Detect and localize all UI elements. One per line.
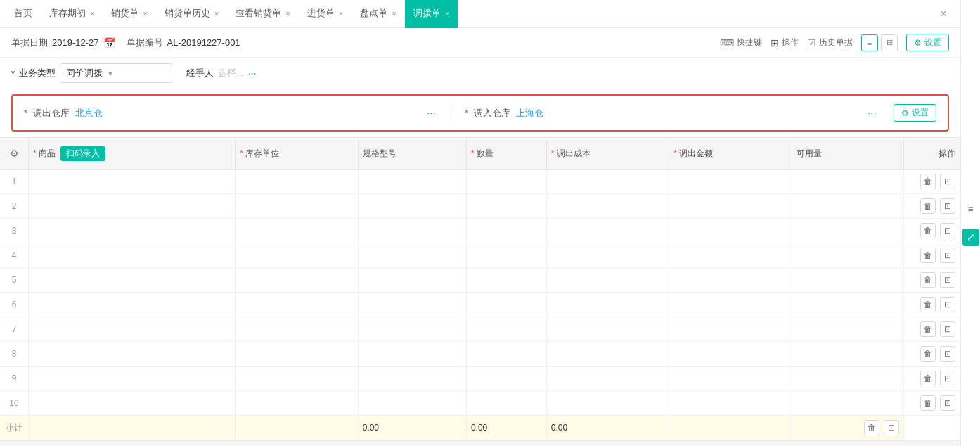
delete-row-button[interactable]: 🗑 (920, 174, 936, 189)
copy-row-button[interactable]: ⊡ (940, 321, 955, 337)
delete-row-button[interactable]: 🗑 (920, 395, 936, 411)
row-amount-cell[interactable] (669, 317, 792, 342)
row-avail-cell[interactable] (792, 342, 903, 367)
row-product-cell[interactable] (29, 342, 236, 367)
row-cost-cell[interactable] (546, 219, 669, 243)
row-unit-cell[interactable] (236, 367, 358, 391)
row-spec-cell[interactable] (358, 317, 466, 342)
row-unit-cell[interactable] (236, 293, 358, 317)
person-select[interactable]: 选择... (218, 67, 244, 79)
delete-row-button[interactable]: 🗑 (920, 198, 936, 214)
row-cost-cell[interactable] (546, 317, 669, 342)
row-qty-cell[interactable] (466, 367, 546, 391)
row-amount-cell[interactable] (669, 243, 792, 268)
delete-row-button[interactable]: 🗑 (920, 297, 936, 312)
delete-row-button[interactable]: 🗑 (920, 248, 936, 263)
tab-inventory-init[interactable]: 库存期初 × (41, 0, 103, 28)
row-avail-cell[interactable] (792, 293, 903, 317)
grid-view-button[interactable]: ⊟ (881, 34, 898, 51)
row-product-cell[interactable] (29, 293, 236, 317)
row-amount-cell[interactable] (669, 293, 792, 317)
operations-action[interactable]: ⊞ 操作 (771, 37, 799, 49)
list-view-button[interactable]: ≡ (861, 34, 878, 51)
history-action[interactable]: ☑ 历史单据 (807, 37, 853, 49)
row-cost-cell[interactable] (546, 170, 669, 194)
row-product-cell[interactable] (29, 219, 236, 243)
row-amount-cell[interactable] (669, 219, 792, 243)
row-qty-cell[interactable] (466, 391, 546, 416)
tab-stocktake-close[interactable]: × (392, 9, 396, 18)
out-warehouse-value[interactable]: 北京仓 (75, 107, 103, 120)
tab-view-sales[interactable]: 查看销货单 × (227, 0, 298, 28)
tab-transfer[interactable]: 调拨单 × (405, 0, 458, 28)
copy-row-button[interactable]: ⊡ (940, 248, 955, 263)
row-qty-cell[interactable] (466, 170, 546, 194)
row-product-cell[interactable] (29, 268, 236, 293)
tab-home[interactable]: 首页 (6, 0, 41, 28)
biz-type-select[interactable]: 同价调拨 ▼ (60, 63, 172, 83)
row-cost-cell[interactable] (546, 293, 669, 317)
tab-purchase-order-close[interactable]: × (339, 9, 343, 18)
shortcuts-action[interactable]: ⌨ 快捷键 (720, 37, 762, 49)
row-avail-cell[interactable] (792, 367, 903, 391)
copy-row-button[interactable]: ⊡ (940, 297, 955, 312)
row-amount-cell[interactable] (669, 194, 792, 219)
copy-row-button[interactable]: ⊡ (940, 272, 955, 288)
window-close-button[interactable]: × (932, 3, 955, 25)
row-spec-cell[interactable] (358, 194, 466, 219)
tab-transfer-close[interactable]: × (445, 9, 449, 18)
row-avail-cell[interactable] (792, 391, 903, 416)
row-avail-cell[interactable] (792, 170, 903, 194)
in-warehouse-value[interactable]: 上海仓 (516, 107, 543, 120)
row-qty-cell[interactable] (466, 293, 546, 317)
tab-sales-history[interactable]: 销货单历史 × (156, 0, 227, 28)
out-warehouse-more-icon[interactable]: ··· (421, 107, 441, 120)
row-amount-cell[interactable] (669, 367, 792, 391)
column-settings-icon[interactable]: ⚙ (4, 144, 24, 163)
copy-row-button[interactable]: ⊡ (940, 174, 955, 189)
row-cost-cell[interactable] (546, 194, 669, 219)
row-amount-cell[interactable] (669, 170, 792, 194)
row-product-cell[interactable] (29, 243, 236, 268)
delete-row-button[interactable]: 🗑 (920, 272, 936, 288)
row-product-cell[interactable] (29, 391, 236, 416)
scroll-bar[interactable] (0, 440, 960, 446)
row-cost-cell[interactable] (546, 243, 669, 268)
copy-row-button[interactable]: ⊡ (884, 420, 899, 435)
row-unit-cell[interactable] (236, 170, 358, 194)
tab-sales-order-close[interactable]: × (143, 9, 147, 18)
row-avail-cell[interactable] (792, 317, 903, 342)
row-avail-cell[interactable] (792, 243, 903, 268)
delete-row-button[interactable]: 🗑 (920, 321, 936, 337)
person-more-icon[interactable]: ··· (248, 68, 257, 79)
calendar-icon[interactable]: 📅 (103, 37, 115, 49)
copy-row-button[interactable]: ⊡ (940, 198, 955, 214)
delete-row-button[interactable]: 🗑 (920, 371, 936, 386)
tab-sales-order[interactable]: 销货单 × (103, 0, 155, 28)
row-qty-cell[interactable] (466, 317, 546, 342)
row-cost-cell[interactable] (546, 342, 669, 367)
row-unit-cell[interactable] (236, 317, 358, 342)
copy-row-button[interactable]: ⊡ (940, 223, 955, 238)
tab-sales-history-close[interactable]: × (214, 9, 219, 18)
row-spec-cell[interactable] (358, 367, 466, 391)
row-avail-cell[interactable] (792, 194, 903, 219)
row-qty-cell[interactable] (466, 219, 546, 243)
tab-view-sales-close[interactable]: × (285, 9, 290, 18)
tab-inventory-init-close[interactable]: × (90, 9, 94, 18)
row-product-cell[interactable] (29, 317, 236, 342)
row-unit-cell[interactable] (236, 219, 358, 243)
tab-stocktake[interactable]: 盘点单 × (352, 0, 404, 28)
row-unit-cell[interactable] (236, 243, 358, 268)
row-avail-cell[interactable] (792, 219, 903, 243)
row-qty-cell[interactable] (466, 268, 546, 293)
row-qty-cell[interactable] (466, 342, 546, 367)
row-unit-cell[interactable] (236, 268, 358, 293)
row-qty-cell[interactable] (466, 194, 546, 219)
row-spec-cell[interactable] (358, 268, 466, 293)
warehouse-settings-button[interactable]: ⚙ 设置 (894, 104, 936, 122)
row-unit-cell[interactable] (236, 342, 358, 367)
row-product-cell[interactable] (29, 367, 236, 391)
row-cost-cell[interactable] (546, 391, 669, 416)
col-settings[interactable]: ⚙ (0, 138, 29, 170)
